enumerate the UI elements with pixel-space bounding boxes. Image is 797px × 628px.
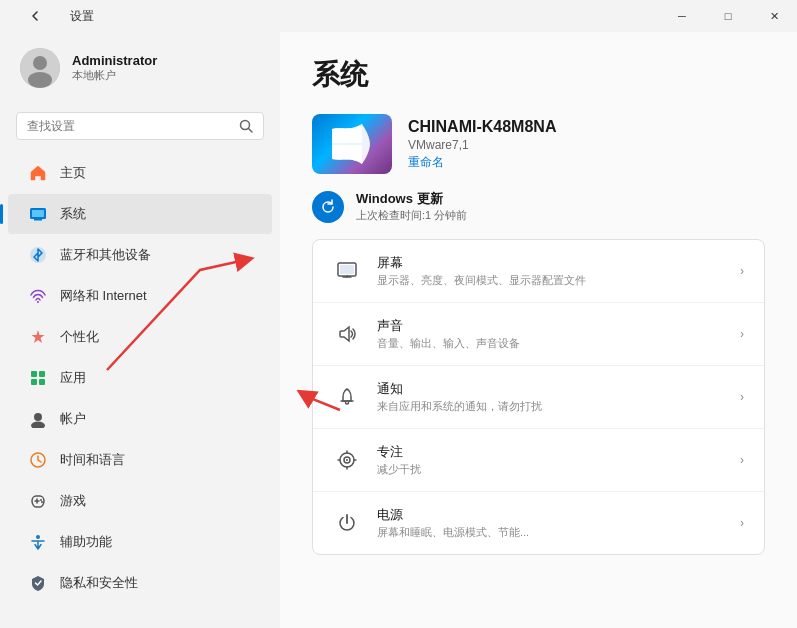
accessibility-icon <box>28 532 48 552</box>
svg-rect-23 <box>340 265 354 274</box>
svg-point-2 <box>28 72 52 88</box>
settings-item-notifications[interactable]: 通知 来自应用和系统的通知，请勿打扰 › <box>313 366 764 429</box>
svg-point-20 <box>36 535 40 539</box>
settings-item-power[interactable]: 电源 屏幕和睡眠、电源模式、节能... › <box>313 492 764 554</box>
svg-rect-11 <box>31 371 37 377</box>
svg-rect-12 <box>39 371 45 377</box>
settings-item-display[interactable]: 屏幕 显示器、亮度、夜间模式、显示器配置文件 › <box>313 240 764 303</box>
user-info: Administrator 本地帐户 <box>72 53 157 83</box>
focus-desc: 减少干扰 <box>377 462 724 477</box>
update-icon-circle <box>312 191 344 223</box>
sidebar-item-network-label: 网络和 Internet <box>60 287 147 305</box>
sidebar-item-gaming[interactable]: 游戏 <box>8 481 272 521</box>
bluetooth-icon <box>28 245 48 265</box>
gaming-icon <box>28 491 48 511</box>
svg-rect-8 <box>36 219 40 220</box>
update-icon <box>319 198 337 216</box>
display-chevron: › <box>740 264 744 278</box>
power-chevron: › <box>740 516 744 530</box>
maximize-button[interactable]: □ <box>705 0 751 32</box>
titlebar: 设置 ─ □ ✕ <box>0 0 797 32</box>
svg-rect-21 <box>333 130 360 142</box>
notifications-desc: 来自应用和系统的通知，请勿打扰 <box>377 399 724 414</box>
sidebar-item-time[interactable]: 时间和语言 <box>8 440 272 480</box>
sidebar-item-network[interactable]: 网络和 Internet <box>8 276 272 316</box>
display-desc: 显示器、亮度、夜间模式、显示器配置文件 <box>377 273 724 288</box>
sidebar-item-apps-label: 应用 <box>60 369 86 387</box>
focus-title: 专注 <box>377 443 724 461</box>
sound-chevron: › <box>740 327 744 341</box>
apps-icon <box>28 368 48 388</box>
home-icon <box>28 163 48 183</box>
settings-item-sound[interactable]: 声音 音量、输出、输入、声音设备 › <box>313 303 764 366</box>
update-time: 上次检查时间:1 分钟前 <box>356 208 467 223</box>
minimize-button[interactable]: ─ <box>659 0 705 32</box>
titlebar-controls: ─ □ ✕ <box>659 0 797 32</box>
sidebar-item-privacy-label: 隐私和安全性 <box>60 574 138 592</box>
svg-point-19 <box>41 501 43 503</box>
power-icon <box>333 509 361 537</box>
sidebar-item-home-label: 主页 <box>60 164 86 182</box>
windows11-logo <box>327 119 377 169</box>
time-icon <box>28 450 48 470</box>
focus-text: 专注 减少干扰 <box>377 443 724 477</box>
sidebar-item-privacy[interactable]: 隐私和安全性 <box>8 563 272 603</box>
search-box[interactable] <box>16 112 264 140</box>
update-title: Windows 更新 <box>356 190 467 208</box>
notifications-text: 通知 来自应用和系统的通知，请勿打扰 <box>377 380 724 414</box>
update-info: Windows 更新 上次检查时间:1 分钟前 <box>356 190 467 223</box>
sidebar-item-apps[interactable]: 应用 <box>8 358 272 398</box>
display-title: 屏幕 <box>377 254 724 272</box>
accounts-icon <box>28 409 48 429</box>
sidebar-item-accounts[interactable]: 帐户 <box>8 399 272 439</box>
svg-line-4 <box>249 129 253 133</box>
svg-rect-13 <box>31 379 37 385</box>
device-logo <box>312 114 392 174</box>
titlebar-title: 设置 <box>70 8 94 25</box>
device-name: CHINAMI-K48M8NA <box>408 118 556 136</box>
windows-logo-bg <box>312 114 392 174</box>
sidebar-item-system[interactable]: 系统 <box>8 194 272 234</box>
svg-point-16 <box>31 422 45 429</box>
device-info: CHINAMI-K48M8NA VMware7,1 重命名 <box>408 118 556 171</box>
back-button[interactable] <box>12 0 58 32</box>
close-button[interactable]: ✕ <box>751 0 797 32</box>
sidebar-item-bluetooth-label: 蓝牙和其他设备 <box>60 246 151 264</box>
settings-item-focus[interactable]: 专注 减少干扰 › <box>313 429 764 492</box>
svg-point-15 <box>34 413 42 421</box>
sidebar-item-home[interactable]: 主页 <box>8 153 272 193</box>
user-profile[interactable]: Administrator 本地帐户 <box>0 32 280 104</box>
update-card[interactable]: Windows 更新 上次检查时间:1 分钟前 <box>312 190 765 223</box>
titlebar-left: 设置 <box>12 0 94 32</box>
svg-point-26 <box>346 459 348 461</box>
sidebar-item-time-label: 时间和语言 <box>60 451 125 469</box>
power-desc: 屏幕和睡眠、电源模式、节能... <box>377 525 724 540</box>
focus-icon <box>333 446 361 474</box>
page-title: 系统 <box>312 56 765 94</box>
sidebar-item-accessibility[interactable]: 辅助功能 <box>8 522 272 562</box>
sidebar-item-personalize[interactable]: 个性化 <box>8 317 272 357</box>
svg-point-18 <box>40 499 42 501</box>
display-icon <box>333 257 361 285</box>
sound-icon <box>333 320 361 348</box>
notifications-chevron: › <box>740 390 744 404</box>
svg-point-10 <box>37 301 39 303</box>
network-icon <box>28 286 48 306</box>
notifications-icon <box>333 383 361 411</box>
system-icon <box>28 204 48 224</box>
sound-title: 声音 <box>377 317 724 335</box>
sidebar-item-accessibility-label: 辅助功能 <box>60 533 112 551</box>
search-input[interactable] <box>27 119 231 133</box>
notifications-title: 通知 <box>377 380 724 398</box>
username: Administrator <box>72 53 157 68</box>
sidebar-item-system-label: 系统 <box>60 205 86 223</box>
sound-desc: 音量、输出、输入、声音设备 <box>377 336 724 351</box>
sidebar-item-bluetooth[interactable]: 蓝牙和其他设备 <box>8 235 272 275</box>
personalize-icon <box>28 327 48 347</box>
rename-link[interactable]: 重命名 <box>408 154 556 171</box>
device-card: CHINAMI-K48M8NA VMware7,1 重命名 <box>312 114 765 174</box>
search-icon <box>239 119 253 133</box>
settings-list: 屏幕 显示器、亮度、夜间模式、显示器配置文件 › 声音 音量、输出、输入、声音设… <box>312 239 765 555</box>
sidebar-item-accounts-label: 帐户 <box>60 410 86 428</box>
svg-point-1 <box>33 56 47 70</box>
